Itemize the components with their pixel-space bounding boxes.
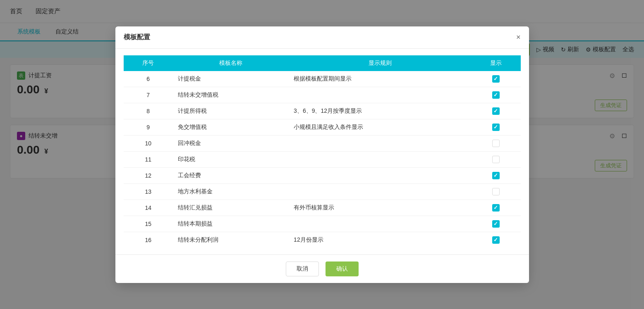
modal-overlay: 模板配置 × 序号 模板名称 显示规则 显示 6计提税金根据模板配置期间显 — [0, 0, 644, 309]
modal-footer: 取消 确认 — [115, 254, 529, 283]
col-seq: 序号 — [124, 55, 173, 71]
confirm-button[interactable]: 确认 — [326, 261, 359, 276]
row-rule-10: 12月份显示 — [289, 232, 471, 248]
cancel-button[interactable]: 取消 — [286, 261, 319, 276]
row-rule-4 — [289, 135, 471, 151]
checkbox-checked-1[interactable] — [492, 91, 500, 99]
row-check-6 — [471, 167, 520, 183]
checkbox-unchecked-5[interactable] — [492, 156, 500, 163]
checkbox-unchecked-4[interactable] — [492, 140, 500, 147]
table-row: 15结转本期损益 — [124, 216, 521, 232]
template-config-modal: 模板配置 × 序号 模板名称 显示规则 显示 6计提税金根据模板配置期间显 — [115, 26, 529, 283]
checkbox-checked-8[interactable] — [492, 204, 500, 212]
col-name: 模板名称 — [173, 55, 289, 71]
row-name-0: 计提税金 — [173, 71, 289, 87]
row-name-9: 结转本期损益 — [173, 216, 289, 232]
checkbox-checked-6[interactable] — [492, 172, 500, 179]
row-check-3 — [471, 119, 520, 135]
row-check-5 — [471, 151, 520, 167]
row-name-7: 地方水利基金 — [173, 183, 289, 200]
checkbox-checked-0[interactable] — [492, 75, 500, 83]
table-row: 11印花税 — [124, 151, 521, 167]
row-rule-5 — [289, 151, 471, 167]
row-check-0 — [471, 71, 520, 87]
row-check-10 — [471, 232, 520, 248]
table-row: 12工会经费 — [124, 167, 521, 183]
row-name-2: 计提所得税 — [173, 103, 289, 119]
row-name-3: 免交增值税 — [173, 119, 289, 135]
row-name-4: 回冲税金 — [173, 135, 289, 151]
table-row: 8计提所得税3、6、9、12月按季度显示 — [124, 103, 521, 119]
table-body: 6计提税金根据模板配置期间显示7结转未交增值税8计提所得税3、6、9、12月按季… — [124, 71, 521, 248]
table-row: 6计提税金根据模板配置期间显示 — [124, 71, 521, 87]
row-check-7 — [471, 183, 520, 200]
row-name-5: 印花税 — [173, 151, 289, 167]
table-row: 13地方水利基金 — [124, 183, 521, 200]
checkbox-checked-2[interactable] — [492, 107, 500, 115]
checkbox-checked-3[interactable] — [492, 124, 500, 131]
checkbox-unchecked-7[interactable] — [492, 188, 500, 195]
row-name-1: 结转未交增值税 — [173, 87, 289, 103]
row-seq-10: 16 — [124, 232, 173, 248]
row-name-10: 结转未分配利润 — [173, 232, 289, 248]
table-row: 9免交增值税小规模且满足收入条件显示 — [124, 119, 521, 135]
row-seq-9: 15 — [124, 216, 173, 232]
row-seq-7: 13 — [124, 183, 173, 200]
modal-title: 模板配置 — [124, 33, 150, 42]
row-seq-2: 8 — [124, 103, 173, 119]
row-seq-6: 12 — [124, 167, 173, 183]
checkbox-checked-10[interactable] — [492, 236, 500, 244]
table-row: 10回冲税金 — [124, 135, 521, 151]
row-rule-9 — [289, 216, 471, 232]
row-seq-1: 7 — [124, 87, 173, 103]
row-name-8: 结转汇兑损益 — [173, 200, 289, 216]
table-head: 序号 模板名称 显示规则 显示 — [124, 55, 521, 71]
row-rule-2: 3、6、9、12月按季度显示 — [289, 103, 471, 119]
row-rule-7 — [289, 183, 471, 200]
modal-body: 序号 模板名称 显示规则 显示 6计提税金根据模板配置期间显示7结转未交增值税8… — [115, 49, 529, 254]
row-check-2 — [471, 103, 520, 119]
table-scroll-container[interactable]: 序号 模板名称 显示规则 显示 6计提税金根据模板配置期间显示7结转未交增值税8… — [124, 49, 521, 248]
modal-header: 模板配置 × — [115, 26, 529, 49]
row-rule-1 — [289, 87, 471, 103]
row-check-9 — [471, 216, 520, 232]
row-seq-5: 11 — [124, 151, 173, 167]
row-rule-6 — [289, 167, 471, 183]
row-rule-0: 根据模板配置期间显示 — [289, 71, 471, 87]
row-seq-8: 14 — [124, 200, 173, 216]
table-row: 7结转未交增值税 — [124, 87, 521, 103]
row-seq-0: 6 — [124, 71, 173, 87]
row-seq-4: 10 — [124, 135, 173, 151]
row-check-8 — [471, 200, 520, 216]
table-row: 14结转汇兑损益有外币核算显示 — [124, 200, 521, 216]
table-row: 16结转未分配利润12月份显示 — [124, 232, 521, 248]
table-header-row: 序号 模板名称 显示规则 显示 — [124, 55, 521, 71]
row-check-1 — [471, 87, 520, 103]
col-display: 显示 — [471, 55, 520, 71]
col-rule: 显示规则 — [289, 55, 471, 71]
modal-close-button[interactable]: × — [516, 33, 521, 41]
config-table: 序号 模板名称 显示规则 显示 6计提税金根据模板配置期间显示7结转未交增值税8… — [124, 55, 521, 248]
row-seq-3: 9 — [124, 119, 173, 135]
row-rule-8: 有外币核算显示 — [289, 200, 471, 216]
row-name-6: 工会经费 — [173, 167, 289, 183]
row-check-4 — [471, 135, 520, 151]
row-rule-3: 小规模且满足收入条件显示 — [289, 119, 471, 135]
checkbox-checked-9[interactable] — [492, 220, 500, 228]
